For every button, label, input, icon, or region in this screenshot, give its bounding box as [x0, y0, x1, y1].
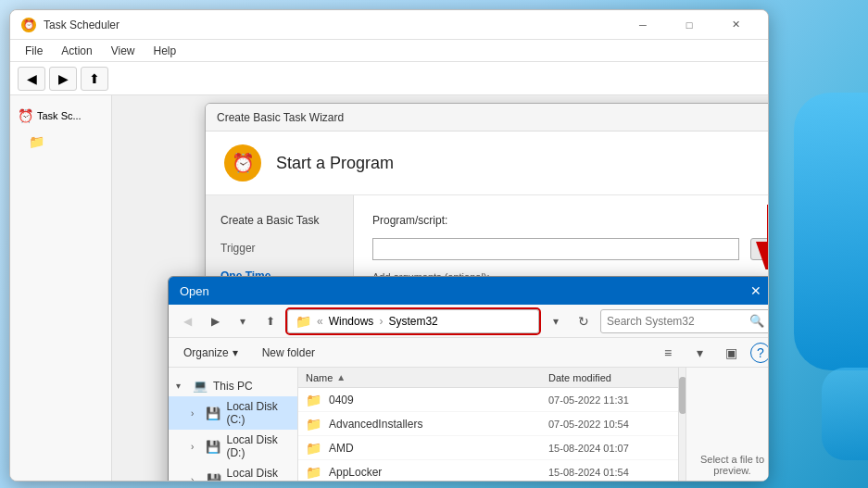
expand-arrow-e: › — [191, 475, 201, 482]
path-windows: Windows — [329, 315, 374, 328]
minimize-button[interactable]: ─ — [622, 10, 664, 40]
folder-0409-icon: 📁 — [306, 393, 321, 407]
wizard-nav-trigger[interactable]: Trigger — [206, 234, 353, 262]
sidebar-task-label: Task Sc... — [37, 110, 82, 121]
task-icon: ⏰ — [18, 108, 33, 123]
search-icon: 🔍 — [749, 314, 764, 328]
red-arrow-indicator — [750, 205, 768, 269]
file-advanced-date: 07-05-2022 10:54 — [548, 419, 678, 430]
view-list-button[interactable]: ≡ — [656, 341, 680, 365]
expand-arrow-thispc: ▾ — [176, 381, 187, 391]
program-script-input[interactable] — [372, 238, 739, 260]
wizard-header: ⏰ Start a Program — [206, 131, 768, 195]
disk-e-icon: 💾 — [207, 473, 221, 482]
addr-forward-button[interactable]: ▶ — [204, 310, 226, 332]
disk-c-label: Local Disk (C:) — [226, 400, 290, 426]
file-row-applocker[interactable]: 📁 AppLocker 15-08-2024 01:54 — [298, 460, 686, 481]
organize-arrow: ▾ — [233, 346, 238, 359]
view-help-button[interactable]: ? — [750, 343, 768, 363]
app-toolbar: ◀ ▶ ⬆ — [10, 62, 768, 95]
file-row-0409[interactable]: 📁 0409 07-05-2022 11:31 — [298, 388, 686, 412]
col-date-label: Date modified — [548, 372, 611, 383]
menu-help[interactable]: Help — [146, 43, 184, 59]
program-script-row: Program/script: — [372, 214, 768, 227]
preview-text: Select a file to preview. — [694, 454, 768, 476]
desktop-shape-1 — [794, 93, 868, 370]
up-button[interactable]: ⬆ — [81, 67, 108, 91]
search-input[interactable] — [607, 315, 746, 328]
task-scheduler-icon: ⏰ — [21, 18, 36, 32]
window-controls: ─ □ ✕ — [622, 10, 757, 40]
open-dialog-close-button[interactable]: ✕ — [745, 280, 767, 302]
maximize-button[interactable]: □ — [668, 10, 711, 40]
file-advanced-label: AdvancedInstallers — [329, 418, 422, 431]
subtask-icon: 📁 — [29, 134, 44, 149]
file-row-advanced[interactable]: 📁 AdvancedInstallers 07-05-2022 10:54 — [298, 412, 686, 436]
addr-down-button[interactable]: ▾ — [232, 310, 254, 332]
file-row-amd[interactable]: 📁 AMD 15-08-2024 01:07 — [298, 436, 686, 460]
file-0409-label: 0409 — [329, 394, 354, 407]
file-amd-date: 15-08-2024 01:07 — [548, 443, 678, 454]
path-system32: System32 — [388, 315, 437, 328]
organize-button[interactable]: Organize ▾ — [176, 344, 245, 362]
folder-amd-icon: 📁 — [306, 441, 321, 456]
organize-label: Organize — [183, 346, 229, 359]
search-box: 🔍 — [600, 309, 768, 333]
path-arrow: › — [379, 315, 383, 328]
disk-e-label: Local Disk (E:) — [227, 467, 290, 481]
dialog-toolbar: Organize ▾ New folder ≡ ▾ ▣ ? — [169, 338, 768, 368]
view-pane-button[interactable]: ▣ — [719, 341, 743, 365]
wizard-nav-create[interactable]: Create a Basic Task — [206, 206, 353, 234]
thispc-icon: 💻 — [193, 379, 208, 393]
col-name-label: Name — [306, 372, 333, 383]
wizard-header-icon: ⏰ — [224, 144, 261, 181]
address-bar: ◀ ▶ ▾ ⬆ 📁 « Windows › System32 ▾ ↻ — [169, 305, 768, 338]
content-area: Create Basic Task Wizard ✕ ⏰ Start a Pro… — [112, 95, 768, 481]
app-sidebar: ⏰ Task Sc... 📁 — [10, 95, 112, 481]
address-path[interactable]: 📁 « Windows › System32 — [287, 309, 539, 333]
col-date-header[interactable]: Date modified — [548, 372, 678, 383]
disk-d-icon: 💾 — [206, 440, 220, 454]
menu-view[interactable]: View — [104, 43, 143, 59]
sidebar-this-pc[interactable]: ▾ 💻 This PC — [169, 375, 297, 396]
open-dialog: Open ✕ ◀ ▶ ▾ ⬆ 📁 « Windows › System32 — [168, 276, 768, 481]
arrow-svg — [750, 205, 768, 269]
col-name-header[interactable]: Name ▲ — [306, 372, 548, 383]
scrollbar-thumb[interactable] — [679, 377, 686, 414]
menu-file[interactable]: File — [18, 43, 50, 59]
addr-up-button[interactable]: ⬆ — [259, 310, 282, 332]
task-scheduler-window: ⏰ Task Scheduler ─ □ ✕ File Action View … — [9, 9, 769, 482]
sidebar-local-c[interactable]: › 💾 Local Disk (C:) — [169, 396, 297, 430]
file-row-applocker-name: 📁 AppLocker — [306, 465, 548, 480]
sort-arrow: ▲ — [336, 372, 346, 382]
file-row-advanced-name: 📁 AdvancedInstallers — [306, 417, 548, 432]
disk-c-icon: 💾 — [206, 407, 220, 420]
expand-arrow-d: › — [191, 442, 200, 452]
disk-d-label: Local Disk (D:) — [226, 433, 290, 459]
addr-refresh-button[interactable]: ↻ — [572, 310, 595, 332]
close-button[interactable]: ✕ — [714, 10, 757, 40]
new-folder-button[interactable]: New folder — [253, 344, 324, 362]
back-button[interactable]: ◀ — [18, 67, 45, 91]
addr-back-button[interactable]: ◀ — [176, 310, 198, 332]
sidebar-item-task[interactable]: ⏰ Task Sc... — [10, 103, 111, 129]
program-script-label: Program/script: — [372, 214, 484, 227]
dialog-content: ▾ 💻 This PC › 💾 Local Disk (C:) › — [169, 368, 768, 481]
path-folder-icon: 📁 — [296, 314, 311, 329]
sidebar-local-d[interactable]: › 💾 Local Disk (D:) — [169, 430, 297, 463]
addr-expand-button[interactable]: ▾ — [545, 310, 567, 332]
sidebar-local-e[interactable]: › 💾 Local Disk (E:) — [169, 463, 297, 481]
file-applocker-date: 15-08-2024 01:54 — [548, 467, 678, 478]
menubar: File Action View Help — [10, 40, 768, 62]
folder-applocker-icon: 📁 — [306, 465, 321, 480]
forward-button[interactable]: ▶ — [49, 67, 77, 91]
file-0409-date: 07-05-2022 11:31 — [548, 394, 678, 406]
wizard-title: Create Basic Task Wizard — [217, 111, 344, 124]
sidebar-item-subtask[interactable]: 📁 — [10, 129, 111, 155]
dialog-sidebar: ▾ 💻 This PC › 💾 Local Disk (C:) › — [169, 368, 298, 481]
expand-arrow-c: › — [191, 408, 200, 419]
view-down-button[interactable]: ▾ — [687, 341, 711, 365]
menu-action[interactable]: Action — [54, 43, 99, 59]
thispc-label: This PC — [213, 380, 253, 393]
program-input-row: Browse... — [372, 238, 768, 260]
